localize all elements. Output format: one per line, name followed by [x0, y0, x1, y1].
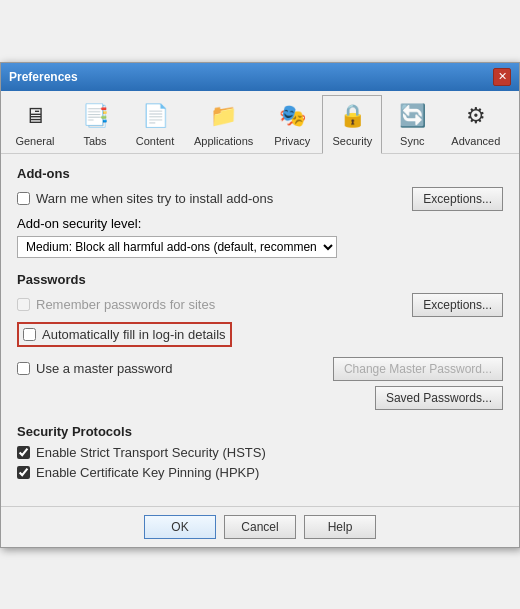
- ok-button[interactable]: OK: [144, 515, 216, 539]
- tab-general[interactable]: 🖥 General: [5, 95, 65, 154]
- privacy-icon: 🎭: [276, 100, 308, 132]
- security-level-label: Add-on security level:: [17, 216, 141, 231]
- security-level-select[interactable]: Medium: Block all harmful add-ons (defau…: [17, 236, 337, 258]
- autofill-label-text: Automatically fill in log-in details: [42, 327, 226, 342]
- tab-privacy-label: Privacy: [274, 135, 310, 147]
- passwords-title: Passwords: [17, 272, 503, 287]
- tab-content[interactable]: 📄 Content: [125, 95, 185, 154]
- master-password-checkbox-label[interactable]: Use a master password: [17, 361, 173, 376]
- general-icon: 🖥: [19, 100, 51, 132]
- tab-tabs[interactable]: 📑 Tabs: [65, 95, 125, 154]
- security-protocols-title: Security Protocols: [17, 424, 503, 439]
- close-button[interactable]: ✕: [493, 68, 511, 86]
- hpkp-label-text: Enable Certificate Key Pinning (HPKP): [36, 465, 259, 480]
- hsts-checkbox[interactable]: [17, 446, 30, 459]
- master-password-checkbox[interactable]: [17, 362, 30, 375]
- tabs-icon: 📑: [79, 100, 111, 132]
- master-password-label-text: Use a master password: [36, 361, 173, 376]
- warn-checkbox-label[interactable]: Warn me when sites try to install add-on…: [17, 191, 273, 206]
- remember-label-text: Remember passwords for sites: [36, 297, 215, 312]
- passwords-exceptions-button[interactable]: Exceptions...: [412, 293, 503, 317]
- hpkp-row: Enable Certificate Key Pinning (HPKP): [17, 465, 503, 480]
- title-bar: Preferences ✕: [1, 63, 519, 91]
- hpkp-checkbox[interactable]: [17, 466, 30, 479]
- tab-tabs-label: Tabs: [83, 135, 106, 147]
- tab-sync-label: Sync: [400, 135, 424, 147]
- saved-passwords-row: Saved Passwords...: [17, 386, 503, 410]
- content-icon: 📄: [139, 100, 171, 132]
- remember-checkbox-label[interactable]: Remember passwords for sites: [17, 297, 215, 312]
- warn-row: Warn me when sites try to install add-on…: [17, 187, 503, 211]
- security-protocols-section: Security Protocols Enable Strict Transpo…: [17, 424, 503, 480]
- master-password-row: Use a master password Change Master Pass…: [17, 357, 503, 381]
- sync-icon: 🔄: [396, 100, 428, 132]
- hsts-checkbox-label[interactable]: Enable Strict Transport Security (HSTS): [17, 445, 266, 460]
- hsts-row: Enable Strict Transport Security (HSTS): [17, 445, 503, 460]
- toolbar: 🖥 General 📑 Tabs 📄 Content 📁 Application…: [1, 91, 519, 154]
- hpkp-checkbox-label[interactable]: Enable Certificate Key Pinning (HPKP): [17, 465, 259, 480]
- content-area: Add-ons Warn me when sites try to instal…: [1, 154, 519, 506]
- tab-advanced-label: Advanced: [451, 135, 500, 147]
- passwords-section: Passwords Remember passwords for sites E…: [17, 272, 503, 410]
- advanced-icon: ⚙: [460, 100, 492, 132]
- cancel-button[interactable]: Cancel: [224, 515, 296, 539]
- saved-passwords-button[interactable]: Saved Passwords...: [375, 386, 503, 410]
- tab-content-label: Content: [136, 135, 175, 147]
- tab-sync[interactable]: 🔄 Sync: [382, 95, 442, 154]
- autofill-highlighted-row: Automatically fill in log-in details: [17, 322, 503, 352]
- tab-privacy[interactable]: 🎭 Privacy: [262, 95, 322, 154]
- remember-checkbox[interactable]: [17, 298, 30, 311]
- tab-security[interactable]: 🔒 Security: [322, 95, 382, 154]
- help-button[interactable]: Help: [304, 515, 376, 539]
- warn-label-text: Warn me when sites try to install add-on…: [36, 191, 273, 206]
- addons-title: Add-ons: [17, 166, 503, 181]
- hsts-label-text: Enable Strict Transport Security (HSTS): [36, 445, 266, 460]
- autofill-highlight-box: Automatically fill in log-in details: [17, 322, 232, 347]
- footer: OK Cancel Help: [1, 506, 519, 547]
- security-level-row: Medium: Block all harmful add-ons (defau…: [17, 236, 503, 258]
- window-title: Preferences: [9, 70, 78, 84]
- addons-exceptions-button[interactable]: Exceptions...: [412, 187, 503, 211]
- tab-applications-label: Applications: [194, 135, 253, 147]
- preferences-dialog: Preferences ✕ 🖥 General 📑 Tabs 📄 Content…: [0, 62, 520, 548]
- autofill-checkbox[interactable]: [23, 328, 36, 341]
- security-icon: 🔒: [336, 100, 368, 132]
- tab-security-label: Security: [332, 135, 372, 147]
- tab-applications[interactable]: 📁 Applications: [185, 95, 262, 154]
- autofill-checkbox-label[interactable]: Automatically fill in log-in details: [23, 327, 226, 342]
- remember-row: Remember passwords for sites Exceptions.…: [17, 293, 503, 317]
- security-level-label-row: Add-on security level:: [17, 216, 503, 231]
- warn-checkbox[interactable]: [17, 192, 30, 205]
- addons-section: Add-ons Warn me when sites try to instal…: [17, 166, 503, 258]
- tab-general-label: General: [15, 135, 54, 147]
- tab-advanced[interactable]: ⚙ Advanced: [442, 95, 509, 154]
- applications-icon: 📁: [208, 100, 240, 132]
- change-master-password-button[interactable]: Change Master Password...: [333, 357, 503, 381]
